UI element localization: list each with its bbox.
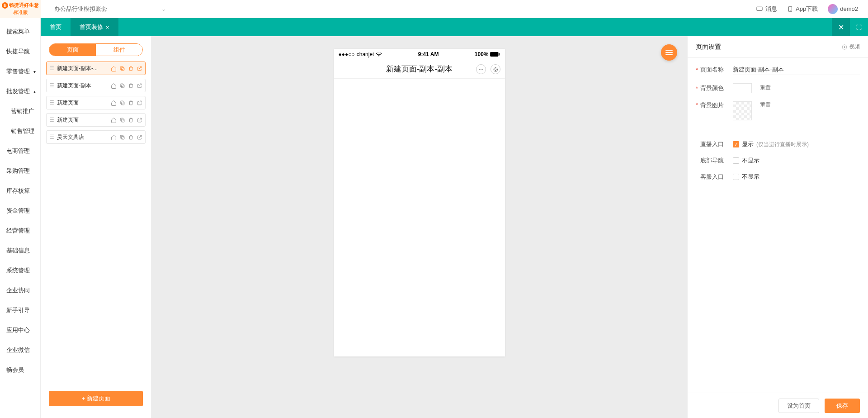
user-menu[interactable]: demo2 [828,4,858,14]
tab-close-icon[interactable]: × [106,24,109,31]
new-page-button[interactable]: + 新建页面 [49,391,143,406]
sidebar-item[interactable]: 批发管理▴ [0,81,40,101]
sidebar-item-label: 零售管理 [6,67,30,76]
statusbar: ●●●○○ chanjet 9:41 AM 100% [334,49,505,60]
delete-icon[interactable] [128,83,134,89]
brand-name: 畅捷通好生意 [9,2,39,9]
sidebar-item-label: 快捷导航 [6,48,30,56]
sidebar-subitem[interactable]: 销售管理 [0,121,40,141]
app-download-button[interactable]: App下载 [787,5,818,13]
share-icon[interactable] [137,117,142,123]
drag-handle-icon[interactable]: ☰ [49,65,54,71]
canvas-area: ●●●○○ chanjet 9:41 AM 100% 新建页面-副本- [151,36,687,418]
sidebar-item[interactable]: 采购管理 [0,161,40,181]
home-icon[interactable] [111,66,117,71]
sidebar-item[interactable]: 系统管理 [0,261,40,280]
sidebar-item[interactable]: 零售管理▾ [0,62,40,81]
page-row-name: 新建页面 [57,99,108,107]
sidebar-item[interactable]: 经营管理 [0,221,40,241]
sidebar-item[interactable]: 新手引导 [0,300,40,320]
page-row[interactable]: ☰新建页面-副本 [46,79,146,92]
bg-color-reset[interactable]: 重置 [760,85,771,91]
sidebar-item[interactable]: 资金管理 [0,201,40,221]
delete-icon[interactable] [128,134,134,140]
sidebar-item[interactable]: 企业协同 [0,280,40,300]
bg-color-swatch[interactable] [733,83,752,93]
sidebar-item-label: 畅会员 [6,366,24,374]
live-entry-checkbox[interactable]: ✓ [733,141,739,147]
sidebar-item[interactable]: 畅会员 [0,360,40,380]
page-name-input[interactable] [733,64,860,75]
copy-icon[interactable] [119,66,125,71]
svg-rect-10 [120,118,123,121]
service-entry-checkbox[interactable] [733,174,739,180]
page-row-name: 新建页面 [57,116,108,124]
phone-page-title: 新建页面-副本-副本 [386,64,453,74]
messages-button[interactable]: 消息 [756,5,777,13]
home-icon[interactable] [111,83,117,89]
delete-icon[interactable] [128,66,134,71]
sidebar-subitem[interactable]: 营销推广 [0,101,40,121]
fullscreen-icon[interactable] [850,18,868,36]
bg-image-reset[interactable]: 重置 [760,102,771,108]
signal-icon: ●●●○○ [339,51,355,57]
bottom-nav-checkbox[interactable] [733,157,739,164]
copy-icon[interactable] [119,100,125,106]
set-home-button[interactable]: 设为首页 [778,399,819,413]
delete-icon[interactable] [128,100,134,106]
sidebar-item-label: 经营管理 [6,227,30,235]
seg-components[interactable]: 组件 [96,44,142,56]
bg-color-label: 背景颜色 [700,84,733,92]
page-row[interactable]: ☰新建页面 [46,96,146,109]
account-selector[interactable]: 办公品行业模拟账套 ⌄ [54,5,166,13]
tab[interactable]: 首页装修× [71,18,118,36]
miniapp-more-icon[interactable]: ⋯ [476,64,486,74]
tab[interactable]: 首页 [41,18,71,36]
seg-pages[interactable]: 页面 [49,44,96,56]
home-icon[interactable] [111,134,117,140]
close-tab-icon[interactable]: ✕ [832,18,850,36]
sidebar-item[interactable]: 快捷导航 [0,42,40,62]
home-icon[interactable] [111,117,117,123]
copy-icon[interactable] [119,83,125,89]
svg-rect-13 [491,52,499,57]
sidebar-item-label: 批发管理 [6,87,30,95]
share-icon[interactable] [137,83,142,89]
sidebar-item[interactable]: 应用中心 [0,320,40,340]
drag-handle-icon[interactable]: ☰ [49,100,54,106]
sidebar-item-label: 搜索菜单 [6,28,30,36]
share-icon[interactable] [137,134,142,140]
page-row-name: 新建页面-副本-... [57,65,108,72]
phone-icon [787,5,793,13]
sidebar: 搜索菜单快捷导航零售管理▾批发管理▴营销推广销售管理电商管理采购管理库存核算资金… [0,18,41,418]
page-row[interactable]: ☰新建页面 [46,113,146,127]
page-row[interactable]: ☰新建页面-副本-... [46,62,146,75]
brand-logo[interactable]: b畅捷通好生意 标准版 [0,0,41,18]
bg-image-picker[interactable] [733,101,752,120]
sidebar-item-label: 采购管理 [6,167,30,175]
sidebar-item[interactable]: 企业微信 [0,340,40,360]
home-icon[interactable] [111,100,117,106]
copy-icon[interactable] [119,134,125,140]
account-selector-label: 办公品行业模拟账套 [54,5,107,13]
share-icon[interactable] [137,100,142,106]
sidebar-item-label: 资金管理 [6,207,30,215]
bottom-nav-label: 底部导航 [700,157,733,165]
delete-icon[interactable] [128,117,134,123]
canvas-menu-fab[interactable] [661,44,677,61]
copy-icon[interactable] [119,117,125,123]
miniapp-target-icon[interactable]: ◎ [491,64,500,74]
sidebar-item[interactable]: 电商管理 [0,141,40,161]
sidebar-item[interactable]: 基础信息 [0,241,40,261]
drag-handle-icon[interactable]: ☰ [49,117,54,123]
drag-handle-icon[interactable]: ☰ [49,82,54,89]
tab-label: 首页 [50,23,61,31]
page-row[interactable]: ☰昊天文具店 [46,130,146,144]
video-help-link[interactable]: 视频 [842,43,860,51]
app-download-label: App下载 [796,5,818,13]
sidebar-item[interactable]: 库存核算 [0,181,40,201]
save-button[interactable]: 保存 [825,399,860,413]
sidebar-item[interactable]: 搜索菜单 [0,22,40,42]
drag-handle-icon[interactable]: ☰ [49,134,54,140]
share-icon[interactable] [137,66,142,71]
